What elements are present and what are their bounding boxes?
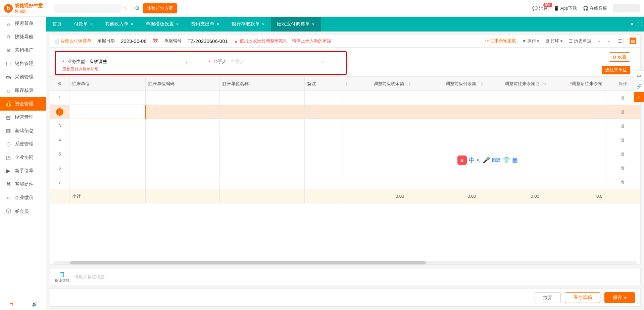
ime-toolbox-icon[interactable]: ▦ (512, 157, 518, 164)
settings-button[interactable]: ⚙设置 (609, 52, 630, 62)
ops-dropdown[interactable]: ❖ 操作 ▾ (522, 38, 539, 44)
row-delete-icon[interactable]: 🗑 (605, 119, 640, 133)
messages-link[interactable]: 💬 消息 99+ (532, 5, 548, 11)
prev-doc-icon[interactable]: ◂ (597, 39, 601, 44)
col-post-bal[interactable]: ▴▾*调整后往来余额 (542, 77, 605, 91)
close-icon[interactable]: ✕ (131, 22, 134, 26)
subtotal-pre-bal: 0.00 (479, 189, 542, 203)
discard-button[interactable]: 放弃 (535, 292, 561, 303)
row-delete-icon[interactable]: 🗑 (605, 147, 640, 161)
sidebar-icon: ⌘ (5, 181, 11, 187)
support-link[interactable]: 🎧 在线客服 (583, 5, 607, 11)
experience-button[interactable]: 体验行业方案 (143, 3, 177, 13)
row-delete-icon[interactable]: 🗑 (605, 133, 640, 147)
message-icon: 💬 (532, 6, 538, 11)
row-delete-icon[interactable]: 🗑 (605, 175, 640, 189)
gear-icon[interactable]: ⚙ (132, 5, 143, 11)
add-row-icon[interactable]: + (56, 108, 63, 116)
save-draft-button[interactable]: 保存草稿 (565, 292, 600, 303)
tab-6[interactable]: 应收应付调整单✕ (271, 17, 321, 32)
col-remark[interactable]: ▴▾备注 (305, 77, 344, 91)
tab-3[interactable]: 单据模板设置✕ (140, 17, 185, 32)
next-doc-icon[interactable]: ▸ (607, 39, 611, 44)
sidebar-item-2[interactable]: ✉营销推广 (0, 44, 46, 57)
col-unit-name[interactable]: ▴▾往来单位名称 (220, 77, 305, 91)
sidebar-item-6[interactable]: 💰资金管理 (0, 97, 46, 111)
ime-lang[interactable]: 中 (469, 156, 475, 164)
sidebar-item-14[interactable]: Ⓥ畅会员 (0, 204, 46, 218)
sidebar-item-9[interactable]: ◌系统管理 (0, 137, 46, 151)
pick-unit-button[interactable]: 选往来单位 (602, 66, 630, 74)
handler-lookup-icon[interactable]: ⋯ (320, 59, 325, 64)
col-unit[interactable]: ▴▾往来单位 (69, 77, 146, 91)
sidebar-item-10[interactable]: ◳企业协同 (0, 151, 46, 164)
grid: ⚙ ▴▾往来单位 ▴▾往来单位编码 ▴▾往来单位名称 ▴▾备注 ▴▾调整前应收余… (50, 76, 641, 265)
ime-keyboard-icon[interactable]: ⌨ (492, 157, 501, 164)
grid-settings-icon[interactable]: ⚙ (50, 77, 69, 91)
table-row[interactable]: 4🗑 (50, 133, 640, 147)
row-delete-icon[interactable]: 🗑 (605, 161, 640, 175)
table-row[interactable]: 6🗑 (50, 161, 640, 175)
sidebar-collapse-button[interactable]: ⇆ (0, 298, 23, 310)
sidebar-icon: ◌ (5, 141, 11, 147)
date-value[interactable]: 2023-06-06 (121, 38, 147, 44)
rail-expand-icon[interactable]: ⤢ (634, 92, 644, 102)
sidebar-item-5[interactable]: ⌂库存核算 (0, 84, 46, 97)
col-unit-code[interactable]: ▴▾往来单位编码 (146, 77, 220, 91)
col-pre-bal[interactable]: ▴▾调整前往来余额 ⍰ (479, 77, 542, 91)
app-download-link[interactable]: 📱 App下载 (554, 5, 577, 11)
sidebar-item-12[interactable]: ⌘智能硬件 (0, 178, 46, 191)
sidebar-sound-button[interactable]: 🔊 (23, 298, 46, 310)
ime-bar[interactable]: S 中 •, 🎤 ⌨ 👕 ▦ (455, 154, 520, 166)
regrab-button[interactable]: ⟳ 往来余额重取 (485, 38, 516, 44)
remark-input[interactable] (74, 274, 636, 279)
close-icon[interactable]: ✕ (216, 22, 219, 26)
tab-expand-icon[interactable]: ⛶ (637, 21, 642, 27)
ime-skin-icon[interactable]: 👕 (503, 157, 510, 164)
history-button[interactable]: ☰ 历史单据 (569, 38, 591, 44)
grid-horizontal-scrollbar[interactable] (53, 261, 637, 264)
detail-hint: 应收应付调整单明细 (62, 66, 99, 72)
view-card-icon[interactable]: ▦ (630, 38, 636, 44)
tab-2[interactable]: 其他收入单✕ (99, 17, 140, 32)
handler-input[interactable] (230, 58, 324, 65)
user-avatar[interactable] (613, 4, 640, 12)
close-icon[interactable]: ✕ (176, 22, 179, 26)
tab-0[interactable]: 首页 (46, 17, 68, 32)
sidebar-item-13[interactable]: ○企业微信 (0, 191, 46, 204)
ime-punct-icon[interactable]: •, (477, 157, 481, 164)
close-icon[interactable]: ✕ (262, 22, 265, 26)
close-icon[interactable]: ✕ (312, 22, 315, 26)
rail-attach-icon[interactable]: 🔗 (634, 81, 644, 91)
calendar-icon[interactable]: 📅 (153, 39, 158, 44)
chevron-down-icon[interactable]: ⌄ (185, 59, 188, 64)
table-row[interactable]: 5🗑 (50, 147, 640, 161)
close-icon[interactable]: ✕ (90, 22, 93, 26)
col-pre-recv[interactable]: ▴▾调整前应收余额 (344, 77, 407, 91)
table-row[interactable]: 1🗑 (50, 91, 640, 105)
tab-4[interactable]: 费用支出单✕ (185, 17, 226, 32)
sidebar-item-3[interactable]: ⬚销售管理 (0, 57, 46, 70)
save-button[interactable]: 保存▾ (604, 292, 635, 303)
sidebar-item-8[interactable]: ▥基础信息 (0, 124, 46, 137)
sidebar-item-1[interactable]: ⟰快捷导航 (0, 30, 46, 44)
tab-5[interactable]: 银行存取款单✕ (226, 17, 271, 32)
ime-mic-icon[interactable]: 🎤 (483, 157, 490, 164)
org-selector[interactable]: ▽ (51, 4, 132, 13)
sidebar-label: 经营管理 (15, 114, 34, 120)
table-row[interactable]: +🗑 (50, 105, 640, 119)
row-delete-icon[interactable]: 🗑 (605, 105, 640, 119)
table-row[interactable]: 7🗑 (50, 175, 640, 189)
col-pre-pay[interactable]: ▴▾调整前应付余额 (407, 77, 479, 91)
tab-1[interactable]: 付款单✕ (68, 17, 99, 32)
sidebar-item-4[interactable]: 🛍采购管理 (0, 70, 46, 84)
sidebar-item-0[interactable]: ⌕搜索菜单 (0, 17, 46, 30)
sidebar-item-11[interactable]: ▶新手引导 (0, 164, 46, 178)
view-list-icon[interactable]: ☰ (617, 38, 624, 44)
table-row[interactable]: 3🗑 (50, 119, 640, 133)
rail-note-icon[interactable]: ▭ (634, 70, 644, 80)
biz-type-select[interactable] (88, 58, 189, 65)
print-dropdown[interactable]: 🖶 打印 ▾ (545, 38, 563, 44)
tab-close-all-icon[interactable]: ✕ (630, 21, 634, 27)
sidebar-item-7[interactable]: ▤经营管理 (0, 111, 46, 124)
